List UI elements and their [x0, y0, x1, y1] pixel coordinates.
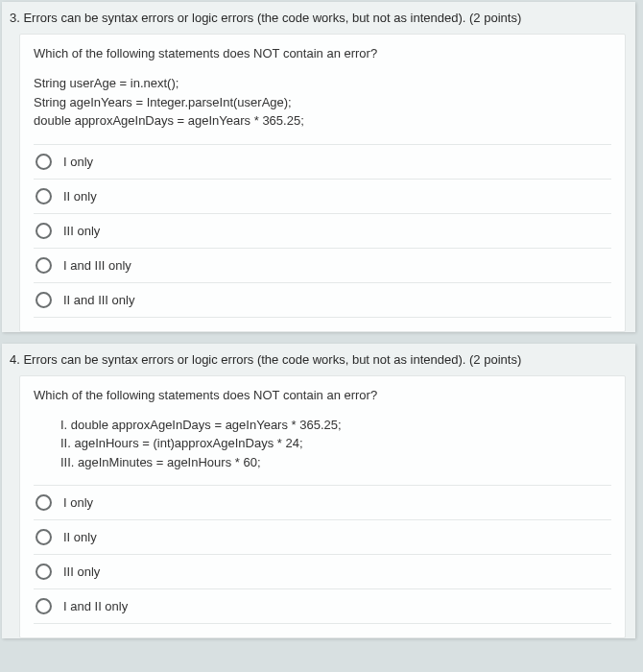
question-4-code: I. double approxAgeInDays = ageInYears *… — [34, 416, 611, 472]
radio-button[interactable] — [36, 223, 52, 239]
option-row[interactable]: III only — [34, 213, 611, 248]
option-row[interactable]: III only — [34, 554, 611, 588]
question-4: 4. Errors can be syntax errors or logic … — [2, 344, 635, 639]
option-label: III only — [63, 224, 100, 238]
option-label: I only — [63, 155, 93, 169]
question-4-prompt: Which of the following statements does N… — [34, 388, 611, 402]
code-line: String ageInYears = Integer.parseInt(use… — [34, 93, 611, 112]
option-label: III only — [63, 564, 100, 579]
option-row[interactable]: I only — [34, 485, 611, 519]
radio-button[interactable] — [36, 292, 52, 308]
question-3-prompt: Which of the following statements does N… — [34, 46, 611, 60]
option-row[interactable]: II only — [34, 519, 611, 554]
question-3-body: Which of the following statements does N… — [19, 34, 626, 332]
code-line: double approxAgeInDays = ageInYears * 36… — [34, 111, 611, 131]
option-label: II only — [63, 189, 97, 204]
option-row[interactable]: I and III only — [34, 248, 611, 282]
question-3: 3. Errors can be syntax errors or logic … — [2, 2, 635, 332]
option-row[interactable]: I and II only — [34, 588, 611, 624]
question-4-body: Which of the following statements does N… — [19, 375, 626, 639]
option-row[interactable]: II only — [34, 179, 611, 213]
option-row[interactable]: I only — [34, 144, 611, 179]
radio-button[interactable] — [36, 257, 52, 274]
question-3-header: 3. Errors can be syntax errors or logic … — [2, 2, 635, 34]
question-4-header: 4. Errors can be syntax errors or logic … — [2, 344, 635, 375]
radio-button[interactable] — [36, 529, 52, 545]
radio-button[interactable] — [36, 564, 52, 580]
option-label: II and III only — [63, 293, 134, 307]
option-row[interactable]: II and III only — [34, 282, 611, 318]
radio-button[interactable] — [36, 598, 52, 614]
code-line: String userAge = in.next(); — [34, 74, 611, 93]
option-label: I only — [63, 495, 93, 510]
question-3-code: String userAge = in.next(); String ageIn… — [34, 74, 611, 131]
option-label: I and II only — [63, 599, 128, 613]
code-line: II. ageInHours = (int)approxAgeInDays * … — [60, 434, 611, 453]
code-line: III. ageInMinutes = ageInHours * 60; — [60, 453, 611, 472]
option-label: I and III only — [63, 258, 131, 273]
radio-button[interactable] — [36, 188, 52, 204]
option-label: II only — [63, 530, 97, 544]
radio-button[interactable] — [36, 494, 52, 511]
radio-button[interactable] — [36, 154, 52, 170]
code-line: I. double approxAgeInDays = ageInYears *… — [60, 416, 611, 435]
